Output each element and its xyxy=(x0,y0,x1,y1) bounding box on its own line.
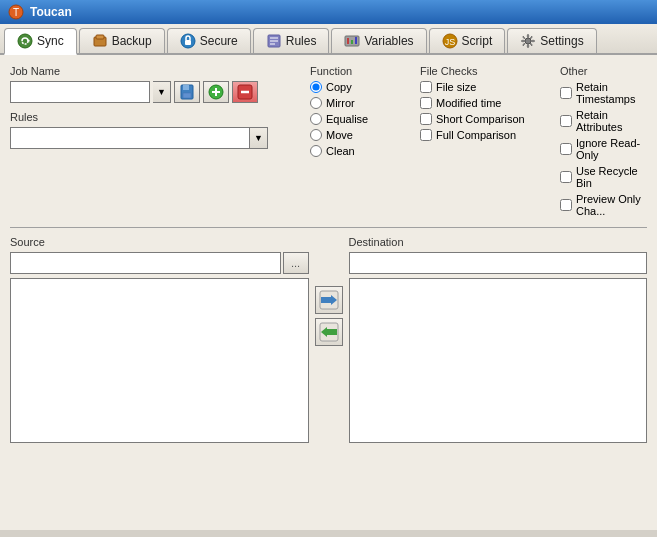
svg-rect-14 xyxy=(351,40,353,44)
function-mirror[interactable]: Mirror xyxy=(310,97,410,109)
destination-file-tree[interactable] xyxy=(349,278,648,443)
tab-backup[interactable]: Backup xyxy=(79,28,165,53)
tab-sync-label: Sync xyxy=(37,34,64,48)
tab-secure[interactable]: Secure xyxy=(167,28,251,53)
source-file-tree[interactable] xyxy=(10,278,309,443)
other-previewonlychanges-cb[interactable] xyxy=(560,199,572,211)
tab-variables[interactable]: Variables xyxy=(331,28,426,53)
add-icon xyxy=(208,84,224,100)
other-label: Other xyxy=(560,65,647,77)
filecheck-fullcomparison-label: Full Comparison xyxy=(436,129,516,141)
function-equalise[interactable]: Equalise xyxy=(310,113,410,125)
separator xyxy=(10,227,647,228)
copy-left-button[interactable] xyxy=(315,318,343,346)
filecheck-modifiedtime[interactable]: Modified time xyxy=(420,97,550,109)
other-userecyclebin-label: Use Recycle Bin xyxy=(576,165,647,189)
other-retainattributes[interactable]: Retain Attributes xyxy=(560,109,647,133)
other-userecyclebin-cb[interactable] xyxy=(560,171,572,183)
tab-secure-label: Secure xyxy=(200,34,238,48)
tab-settings-label: Settings xyxy=(540,34,583,48)
svg-rect-13 xyxy=(347,38,349,44)
other-ignorereadonly-label: Ignore Read-Only xyxy=(576,137,647,161)
add-job-button[interactable] xyxy=(203,81,229,103)
function-label: Function xyxy=(310,65,410,77)
rules-label: Rules xyxy=(10,111,300,123)
secure-icon xyxy=(180,33,196,49)
filecheck-shortcomparison-label: Short Comparison xyxy=(436,113,525,125)
filecheck-shortcomparison-cb[interactable] xyxy=(420,113,432,125)
backup-icon xyxy=(92,33,108,49)
job-name-label: Job Name xyxy=(10,65,300,77)
function-mirror-radio[interactable] xyxy=(310,97,322,109)
job-name-dropdown-arrow[interactable]: ▼ xyxy=(153,81,171,103)
other-retainattributes-label: Retain Attributes xyxy=(576,109,647,133)
other-checkbox-group: Retain Timestamps Retain Attributes Igno… xyxy=(560,81,647,217)
svg-rect-7 xyxy=(185,40,191,45)
app-icon: T xyxy=(8,4,24,20)
function-move[interactable]: Move xyxy=(310,129,410,141)
function-move-label: Move xyxy=(326,129,353,141)
variables-icon xyxy=(344,33,360,49)
function-equalise-radio[interactable] xyxy=(310,113,322,125)
tab-rules[interactable]: Rules xyxy=(253,28,330,53)
source-browse-button[interactable]: ... xyxy=(283,252,309,274)
function-copy-radio[interactable] xyxy=(310,81,322,93)
other-ignorereadonly-cb[interactable] xyxy=(560,143,572,155)
file-checks-label: File Checks xyxy=(420,65,550,77)
function-move-radio[interactable] xyxy=(310,129,322,141)
filecheck-shortcomparison[interactable]: Short Comparison xyxy=(420,113,550,125)
rules-input[interactable] xyxy=(10,127,250,149)
filecheck-modifiedtime-label: Modified time xyxy=(436,97,501,109)
other-ignorereadonly[interactable]: Ignore Read-Only xyxy=(560,137,647,161)
filecheck-filesize[interactable]: File size xyxy=(420,81,550,93)
destination-panel: Destination xyxy=(349,236,648,443)
function-radio-group: Copy Mirror Equalise Move Clean xyxy=(310,81,410,157)
other-retainattributes-cb[interactable] xyxy=(560,115,572,127)
destination-path-input[interactable] xyxy=(349,252,648,274)
svg-rect-20 xyxy=(183,85,189,90)
tab-script-label: Script xyxy=(462,34,493,48)
tab-script[interactable]: JS Script xyxy=(429,28,506,53)
function-clean-label: Clean xyxy=(326,145,355,157)
filecheck-filesize-cb[interactable] xyxy=(420,81,432,93)
dest-path-row xyxy=(349,252,648,274)
function-clean[interactable]: Clean xyxy=(310,145,410,157)
save-button[interactable] xyxy=(174,81,200,103)
other-retaintimestamps-label: Retain Timestamps xyxy=(576,81,647,105)
other-userecyclebin[interactable]: Use Recycle Bin xyxy=(560,165,647,189)
other-previewonlychanges[interactable]: Preview Only Cha... xyxy=(560,193,647,217)
file-checks-section: File Checks File size Modified time Shor… xyxy=(420,65,550,217)
copy-right-icon xyxy=(319,290,339,310)
tab-rules-label: Rules xyxy=(286,34,317,48)
job-name-input[interactable] xyxy=(10,81,150,103)
function-section: Function Copy Mirror Equalise Move xyxy=(310,65,410,217)
filecheck-fullcomparison[interactable]: Full Comparison xyxy=(420,129,550,141)
tab-sync[interactable]: Sync xyxy=(4,28,77,55)
rules-dropdown-arrow[interactable]: ▼ xyxy=(250,127,268,149)
tab-backup-label: Backup xyxy=(112,34,152,48)
copy-right-button[interactable] xyxy=(315,286,343,314)
tab-variables-label: Variables xyxy=(364,34,413,48)
filecheck-fullcomparison-cb[interactable] xyxy=(420,129,432,141)
filecheck-modifiedtime-cb[interactable] xyxy=(420,97,432,109)
other-retaintimestamps[interactable]: Retain Timestamps xyxy=(560,81,647,105)
tab-settings[interactable]: Settings xyxy=(507,28,596,53)
svg-point-18 xyxy=(525,38,531,44)
source-panel: Source ... xyxy=(10,236,309,443)
remove-icon xyxy=(237,84,253,100)
copy-left-icon xyxy=(319,322,339,342)
save-icon xyxy=(179,84,195,100)
function-clean-radio[interactable] xyxy=(310,145,322,157)
source-path-input[interactable] xyxy=(10,252,281,274)
sync-icon xyxy=(17,33,33,49)
svg-rect-28 xyxy=(321,297,331,303)
script-icon: JS xyxy=(442,33,458,49)
function-equalise-label: Equalise xyxy=(326,113,368,125)
remove-job-button[interactable] xyxy=(232,81,258,103)
top-section: Job Name ▼ xyxy=(10,65,647,217)
other-section: Other Retain Timestamps Retain Attribute… xyxy=(560,65,647,217)
svg-point-2 xyxy=(18,34,32,48)
other-previewonlychanges-label: Preview Only Cha... xyxy=(576,193,647,217)
function-copy[interactable]: Copy xyxy=(310,81,410,93)
other-retaintimestamps-cb[interactable] xyxy=(560,87,572,99)
